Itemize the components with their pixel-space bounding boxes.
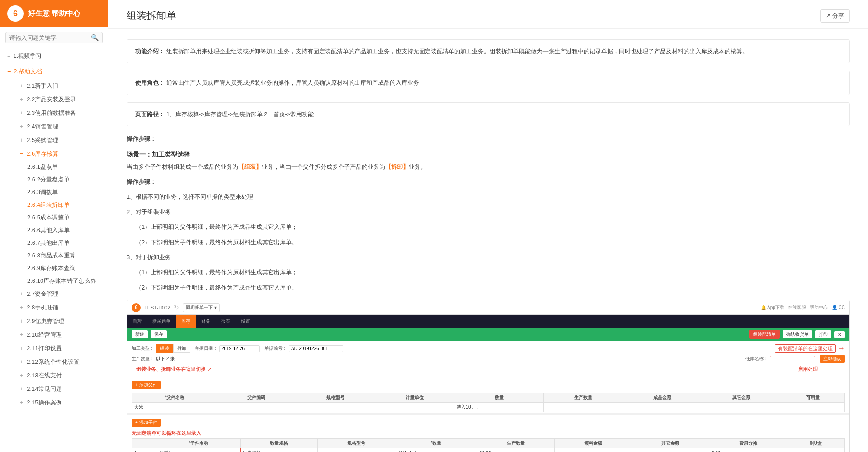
- sim-col-child-name: *子件名称: [157, 439, 240, 448]
- sidebar-item-cashflow[interactable]: + 2.7资金管理: [13, 287, 108, 301]
- sidebar: 6 好生意 帮助中心 🔍 + 1.视频学习 − 2.帮助文档 + 2.1新手入门…: [0, 0, 108, 452]
- sim-confirm-warehouse-btn[interactable]: 立即确认: [820, 355, 845, 363]
- sidebar-item-print[interactable]: + 2.11打印设置: [13, 342, 108, 355]
- plus-icon: +: [20, 137, 24, 143]
- sim-col-child-action: 到U盒: [787, 439, 844, 448]
- sidebar-item-cases[interactable]: + 2.15操作案例: [13, 396, 108, 409]
- sidebar-item-assembly[interactable]: 2.6.4组装拆卸单: [20, 199, 108, 211]
- sim-col-prod-amount: 成品金额: [623, 393, 702, 403]
- screenshot-container: 6 TEST-H002 ↻ 同期账单一下 ▾ 🔔 App下载 在线客服 帮助中心…: [127, 300, 850, 452]
- sidebar-item-data[interactable]: + 2.3使用前数据准备: [13, 106, 108, 120]
- sim-col-child-matamt: 领料金额: [555, 439, 632, 448]
- sim-view-select[interactable]: 同期账单一下 ▾: [183, 303, 220, 312]
- sim-date-group: 单据日期：: [195, 345, 260, 352]
- step1: 1、根据不同的业务，选择不同单据的类型来处理: [127, 191, 850, 202]
- path-label: 页面路径：: [135, 111, 165, 118]
- sim-type-assembly[interactable]: 组装: [156, 344, 173, 353]
- sim-type-disassembly[interactable]: 拆卸: [173, 344, 190, 353]
- sidebar-item-payment[interactable]: + 2.13在线支付: [13, 369, 108, 382]
- sidebar-item-adjust[interactable]: 2.6.3调拨单: [20, 186, 108, 199]
- sim-bottom-table: *子件名称 数量规格 规格型号 *数量 生产数量 领料金额 其它金额 费用分摊 …: [132, 438, 845, 452]
- sim-warehouse-input[interactable]: [770, 356, 815, 362]
- plus-icon: +: [20, 372, 24, 379]
- sim-screenshot: 6 TEST-H002 ↻ 同期账单一下 ▾ 🔔 App下载 在线客服 帮助中心…: [127, 300, 849, 452]
- sim-nav-report[interactable]: 报表: [216, 315, 236, 328]
- sidebar-item-coupon[interactable]: + 2.9优惠券管理: [13, 314, 108, 328]
- sidebar-item-mobile[interactable]: + 2.8手机旺铺: [13, 301, 108, 314]
- sidebar-item-inventory[interactable]: − 2.6库存核算: [13, 147, 108, 161]
- sidebar-item-otheroutstock[interactable]: 2.6.7其他出库单: [20, 237, 108, 249]
- sim-add-child-btn[interactable]: + 添加子件: [132, 419, 161, 427]
- sim-new-btn[interactable]: 新建: [132, 330, 148, 338]
- plus-icon: +: [20, 96, 24, 103]
- sim-top-table-area: + 添加父件 *父件名称 父件编码 规格型号 计量单位 数量 生产数量 成品: [127, 377, 849, 413]
- scene1-title: 场景一：加工类型选择: [127, 151, 850, 159]
- sim-col-child-alloc: 费用分摊: [709, 439, 787, 448]
- sidebar-item-faq[interactable]: + 2.14常见问题: [13, 382, 108, 396]
- sim-print-btn[interactable]: 打印: [815, 330, 831, 338]
- plus-icon: +: [20, 304, 24, 311]
- sim-nav-purchase[interactable]: 新采购单: [147, 315, 176, 328]
- share-button[interactable]: ↗ 分享: [820, 9, 850, 23]
- intro-box: 功能介绍： 组装拆卸单用来处理企业组装或拆卸等加工业务，支持有固定装配清单的产品…: [127, 39, 850, 63]
- sidebar-item-ledgererror[interactable]: 2.6.10库存账本错了怎么办: [20, 275, 108, 287]
- page-title: 组装拆卸单: [127, 9, 176, 23]
- sidebar-item-newbie[interactable]: + 2.1新手入门: [13, 79, 108, 93]
- plus-icon: +: [20, 290, 24, 297]
- main-header: 组装拆卸单 ↗ 分享: [108, 0, 868, 29]
- sim-close-btn[interactable]: ✕: [834, 331, 845, 338]
- search-input[interactable]: [9, 34, 91, 41]
- sim-top-table-header: + 添加父件: [132, 379, 845, 391]
- sim-col-avail: 可用量: [781, 393, 845, 403]
- sim-annotation-nofixed: 无固定清单可以循环在这里录入: [132, 430, 845, 437]
- sidebar-item-partialtake[interactable]: 2.6.2分量盘点单: [20, 173, 108, 186]
- minus-icon: −: [20, 150, 24, 157]
- share-icon: ↗: [826, 13, 830, 19]
- sim-nav-inventory[interactable]: 库存: [176, 315, 196, 328]
- sim-col-child-seq: [132, 439, 157, 448]
- sim-top-table: *父件名称 父件编码 规格型号 计量单位 数量 生产数量 成品金额 其它金额 可…: [132, 393, 845, 412]
- sidebar-item-ops[interactable]: + 2.10经营管理: [13, 328, 108, 342]
- sim-annotation-bom: 有装配清单的在这里处理 →: [775, 344, 845, 353]
- sim-company: TEST-H002: [144, 305, 170, 310]
- sim-col-unit: 计量单位: [375, 393, 454, 403]
- sidebar-item-videos[interactable]: + 1.视频学习: [0, 48, 108, 64]
- step2-sub1: （1）上部明细为父件明细，最终作为产成品生成其它入库单；: [136, 222, 850, 232]
- sidebar-item-otherinstock[interactable]: 2.6.6其他入库单: [20, 224, 108, 237]
- sim-date-input[interactable]: [219, 345, 260, 352]
- sim-nav-finance[interactable]: 财务: [196, 315, 216, 328]
- brand-title: 好生意 帮助中心: [28, 9, 80, 19]
- minus-icon: −: [7, 68, 11, 75]
- sim-save-btn[interactable]: 保存: [151, 330, 167, 338]
- sidebar-item-costadj[interactable]: 2.6.5成本调整单: [20, 211, 108, 224]
- sidebar-item-ledgercheck[interactable]: 2.6.9库存账本查询: [20, 262, 108, 275]
- sidebar-item-purchase[interactable]: + 2.5采购管理: [13, 133, 108, 147]
- sidebar-item-sales[interactable]: + 2.4销售管理: [13, 120, 108, 133]
- content-body: 功能介绍： 组装拆卸单用来处理企业组装或拆卸等加工业务，支持有固定装配清单的产品…: [108, 29, 868, 452]
- sim-topbar: 6 TEST-H002 ↻ 同期账单一下 ▾ 🔔 App下载 在线客服 帮助中心…: [127, 300, 849, 315]
- plus-icon: +: [20, 399, 24, 406]
- sim-nav-settings[interactable]: 设置: [236, 315, 255, 328]
- sim-assembly-plan-btn[interactable]: 组装配清单: [749, 330, 780, 339]
- search-icon[interactable]: 🔍: [91, 34, 99, 41]
- sim-nav-self[interactable]: 自营: [127, 315, 147, 328]
- inventory-subnav: 2.6.1盘点单 2.6.2分量盘点单 2.6.3调拨单 2.6.4组装拆卸单 …: [13, 161, 108, 287]
- sidebar-item-costrecalc[interactable]: 2.6.8商品成本重算: [20, 249, 108, 262]
- scene1-desc: 当由多个子件材料组装成一个成品的业务为【组装】业务，当由一个父件拆分成多个子产品…: [127, 162, 850, 172]
- sim-code-input[interactable]: [289, 345, 343, 352]
- sidebar-item-install[interactable]: + 2.2产品安装及登录: [13, 93, 108, 106]
- sim-col-child-otheramt: 其它金额: [632, 439, 709, 448]
- sim-add-parent-btn[interactable]: + 添加父件: [132, 381, 161, 389]
- sim-bottom-table-area: + 添加子件 无固定清单可以循环在这里录入 *子件名称 数量规格 规格型号 *数…: [127, 415, 849, 452]
- sidebar-item-personalize[interactable]: + 2.12系统个性化设置: [13, 355, 108, 369]
- sidebar-item-stocktake[interactable]: 2.6.1盘点单: [20, 161, 108, 173]
- sim-col-child-spec2: 规格型号: [318, 439, 395, 448]
- path-text: 1、库存核算->库存管理->组装拆卸单 2、首页->常用功能: [166, 111, 314, 118]
- sim-code-group: 单据编号：: [264, 345, 343, 352]
- sidebar-item-docs[interactable]: − 2.帮助文档: [0, 64, 108, 79]
- sidebar-item-label: 2.帮助文档: [14, 67, 42, 76]
- sim-logo: 6: [132, 303, 141, 312]
- sim-confirm-btn[interactable]: 确认收货单: [783, 330, 812, 338]
- sim-type-select: 组装 拆卸: [156, 344, 190, 353]
- step3-sub2: （2）下部明细为子件明细，最终作为产成品生成其它入库单。: [136, 282, 850, 293]
